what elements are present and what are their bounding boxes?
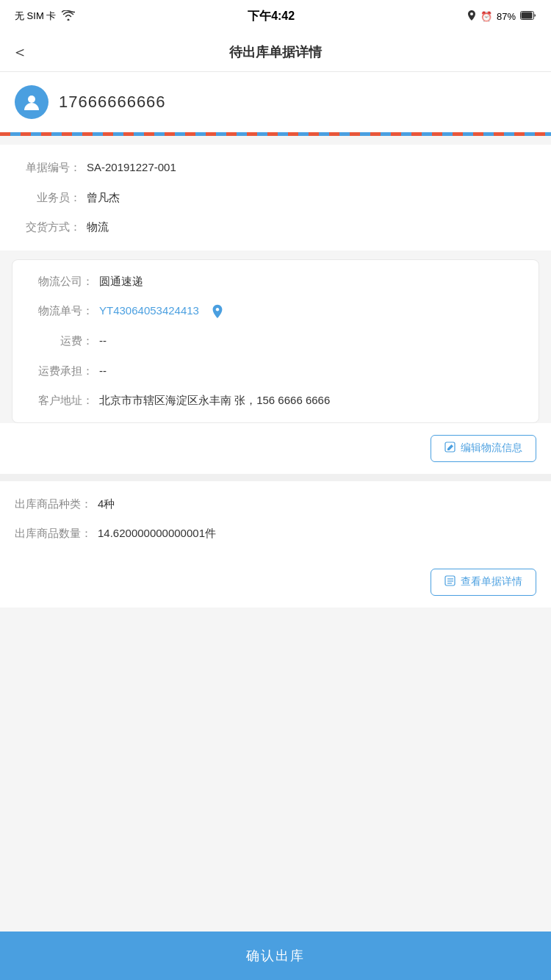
delivery-row: 交货方式： 物流 <box>15 219 536 236</box>
order-info-section: 单据编号： SA-20191227-001 业务员： 曾凡杰 交货方式： 物流 <box>0 145 551 251</box>
goods-type-value: 4种 <box>98 496 536 513</box>
wifi-icon <box>62 10 75 23</box>
company-label: 物流公司： <box>27 273 93 290</box>
order-no-label: 单据编号： <box>15 159 81 176</box>
salesman-label: 业务员： <box>15 190 81 206</box>
tracking-value: YT43064053424413 <box>99 303 524 320</box>
customer-phone: 17666666666 <box>59 93 166 112</box>
company-row: 物流公司： 圆通速递 <box>27 273 524 290</box>
goods-quantity-label: 出库商品数量： <box>15 525 92 542</box>
status-time: 下午4:42 <box>248 9 295 24</box>
goods-type-row: 出库商品种类： 4种 <box>15 496 536 513</box>
delivery-value: 物流 <box>87 219 536 236</box>
salesman-value: 曾凡杰 <box>87 190 536 206</box>
nav-bar: ＜ 待出库单据详情 <box>0 32 551 72</box>
goods-quantity-row: 出库商品数量： 14.620000000000001件 <box>15 525 536 542</box>
edit-logistics-label: 编辑物流信息 <box>461 442 522 455</box>
freight-bear-label: 运费承担： <box>27 363 93 380</box>
tracking-row: 物流单号： YT43064053424413 <box>27 303 524 320</box>
status-bar: 无 SIM 卡 下午4:42 ⏰ 87% <box>0 0 551 32</box>
page-title: 待出库单据详情 <box>229 43 322 61</box>
view-detail-label: 查看单据详情 <box>461 575 522 588</box>
freight-bear-row: 运费承担： -- <box>27 363 524 380</box>
customer-header: 17666666666 <box>0 72 551 132</box>
freight-label: 运费： <box>27 333 93 350</box>
goods-quantity-value: 14.620000000000001件 <box>98 525 536 542</box>
salesman-row: 业务员： 曾凡杰 <box>15 190 536 206</box>
logistics-card: 物流公司： 圆通速递 物流单号： YT43064053424413 运费： --… <box>12 259 539 423</box>
goods-type-label: 出库商品种类： <box>15 496 92 513</box>
order-no-value: SA-20191227-001 <box>87 159 536 176</box>
list-icon <box>444 575 456 589</box>
address-label: 客户地址： <box>27 392 93 409</box>
location-icon <box>467 10 476 23</box>
battery-text: 87% <box>497 11 516 22</box>
gray-separator <box>0 474 551 481</box>
freight-value: -- <box>99 333 524 350</box>
confirm-label: 确认出库 <box>246 947 305 965</box>
track-location-icon[interactable] <box>209 303 226 320</box>
delivery-label: 交货方式： <box>15 219 81 236</box>
status-right: ⏰ 87% <box>467 10 536 23</box>
address-value: 北京市市辖区海淀区永丰南 张，156 6666 6666 <box>99 392 524 409</box>
confirm-bar[interactable]: 确认出库 <box>0 932 551 980</box>
bottom-spacer <box>0 608 551 754</box>
svg-point-2 <box>28 96 35 103</box>
status-left: 无 SIM 卡 <box>15 10 75 23</box>
svg-rect-1 <box>522 12 533 18</box>
back-button[interactable]: ＜ <box>6 35 34 69</box>
freight-row: 运费： -- <box>27 333 524 350</box>
edit-icon <box>444 442 456 455</box>
address-row: 客户地址： 北京市市辖区海淀区永丰南 张，156 6666 6666 <box>27 392 524 409</box>
company-value: 圆通速递 <box>99 273 524 290</box>
view-detail-button[interactable]: 查看单据详情 <box>431 569 536 596</box>
order-no-row: 单据编号： SA-20191227-001 <box>15 159 536 176</box>
sim-status: 无 SIM 卡 <box>15 10 56 23</box>
avatar <box>15 85 48 119</box>
edit-logistics-area: 编辑物流信息 <box>0 423 551 474</box>
dashed-divider <box>0 132 551 136</box>
tracking-label: 物流单号： <box>27 303 93 320</box>
edit-logistics-button[interactable]: 编辑物流信息 <box>431 435 536 462</box>
freight-bear-value: -- <box>99 363 524 380</box>
goods-section: 出库商品种类： 4种 出库商品数量： 14.620000000000001件 <box>0 481 551 557</box>
view-detail-area: 查看单据详情 <box>0 557 551 608</box>
battery-icon <box>520 11 536 22</box>
alarm-icon: ⏰ <box>480 11 492 22</box>
